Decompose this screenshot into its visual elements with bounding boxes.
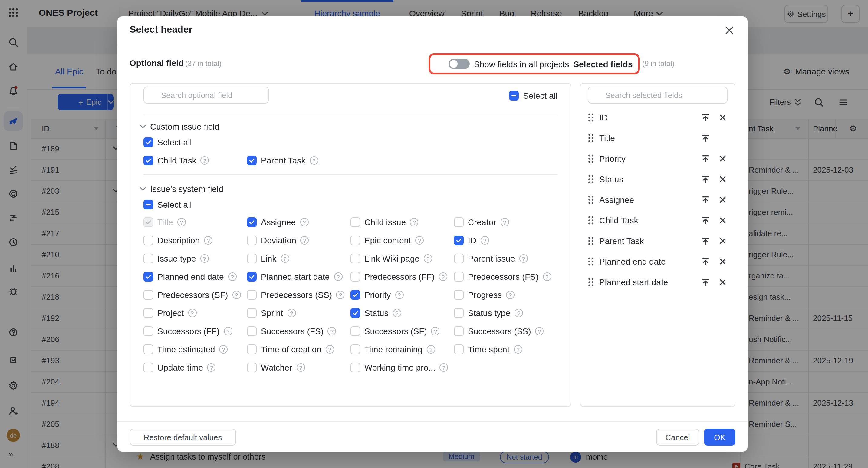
optional-field-item[interactable]: Deviation ?	[247, 236, 350, 245]
help-icon[interactable]: ?	[232, 291, 241, 299]
help-icon[interactable]: ?	[326, 345, 334, 353]
help-icon[interactable]: ?	[439, 363, 448, 372]
optional-field-item[interactable]: Priority ?	[350, 290, 454, 300]
selected-field-row[interactable]: Planned start date	[581, 272, 735, 292]
optional-field-item[interactable]: Planned end date ?	[144, 272, 247, 282]
field-checkbox[interactable]	[350, 290, 360, 300]
drag-handle-icon[interactable]	[588, 257, 594, 267]
select-all-checkbox[interactable]	[509, 91, 519, 100]
optional-field-item[interactable]: Description ?	[144, 236, 247, 245]
help-icon[interactable]: ?	[177, 218, 186, 226]
optional-field-item[interactable]: Predecessors (FS) ?	[454, 272, 557, 282]
section-custom-issue-field[interactable]: Custom issue field	[140, 120, 219, 133]
selected-field-row[interactable]: Title	[581, 128, 735, 148]
remove-field-icon[interactable]	[719, 258, 726, 265]
field-checkbox[interactable]	[144, 217, 153, 227]
optional-field-item[interactable]: Issue type ?	[144, 254, 247, 263]
help-icon[interactable]: ?	[200, 156, 209, 165]
help-icon[interactable]: ?	[439, 273, 447, 281]
help-icon[interactable]: ?	[310, 156, 318, 165]
drag-handle-icon[interactable]	[588, 277, 594, 287]
selected-fields-search-input[interactable]	[588, 87, 727, 103]
field-checkbox[interactable]	[247, 217, 257, 227]
field-checkbox[interactable]	[247, 290, 257, 300]
optional-field-item[interactable]: Sprint ?	[247, 308, 350, 318]
optional-field-item[interactable]: Successors (FF) ?	[144, 326, 247, 336]
optional-field-item[interactable]: Planned start date ?	[247, 272, 350, 282]
remove-field-icon[interactable]	[719, 237, 726, 245]
selected-field-row[interactable]: Status	[581, 169, 735, 189]
help-icon[interactable]: ?	[427, 345, 435, 353]
drag-handle-icon[interactable]	[588, 133, 594, 143]
selected-field-row[interactable]: Parent Task	[581, 231, 735, 251]
selected-field-row[interactable]: Assignee	[581, 189, 735, 210]
optional-field-item[interactable]: Epic content ?	[350, 236, 454, 245]
ok-button[interactable]: OK	[704, 429, 736, 446]
section-select-all[interactable]: Select all	[144, 198, 192, 211]
field-checkbox[interactable]	[247, 344, 257, 354]
field-checkbox[interactable]	[144, 344, 153, 354]
field-checkbox[interactable]	[247, 308, 257, 318]
cancel-button[interactable]: Cancel	[656, 429, 699, 446]
help-icon[interactable]: ?	[336, 291, 345, 299]
optional-field-item[interactable]: Project ?	[144, 308, 247, 318]
field-checkbox[interactable]	[144, 254, 153, 263]
help-icon[interactable]: ?	[287, 309, 296, 317]
help-icon[interactable]: ?	[424, 254, 432, 263]
optional-field-item[interactable]: Predecessors (FF) ?	[350, 272, 454, 282]
help-icon[interactable]: ?	[224, 327, 232, 335]
field-checkbox[interactable]	[454, 290, 464, 300]
move-to-top-icon[interactable]	[701, 278, 710, 287]
help-icon[interactable]: ?	[300, 218, 308, 226]
help-icon[interactable]: ?	[200, 254, 209, 263]
help-icon[interactable]: ?	[219, 345, 227, 353]
optional-field-item[interactable]: Assignee ?	[247, 217, 350, 227]
optional-field-item[interactable]: Successors (FS) ?	[247, 326, 350, 336]
optional-field-item[interactable]: Creator ?	[454, 217, 557, 227]
field-checkbox[interactable]	[247, 254, 257, 263]
remove-field-icon[interactable]	[719, 155, 726, 162]
help-icon[interactable]: ?	[506, 291, 515, 299]
selected-field-row[interactable]: Planned end date	[581, 251, 735, 272]
help-icon[interactable]: ?	[281, 254, 289, 263]
field-checkbox[interactable]	[144, 326, 153, 336]
help-icon[interactable]: ?	[410, 218, 418, 226]
optional-field-item[interactable]: ID ?	[454, 236, 557, 245]
field-checkbox[interactable]	[144, 290, 153, 300]
remove-field-icon[interactable]	[719, 196, 726, 204]
remove-field-icon[interactable]	[719, 217, 726, 224]
field-checkbox[interactable]	[144, 236, 153, 245]
move-to-top-icon[interactable]	[701, 216, 710, 225]
help-icon[interactable]: ?	[334, 273, 342, 281]
field-checkbox[interactable]	[454, 344, 464, 354]
show-all-projects-toggle[interactable]	[448, 59, 470, 69]
field-checkbox[interactable]	[454, 254, 464, 263]
optional-field-item[interactable]: Parent Task ?	[247, 156, 350, 165]
remove-field-icon[interactable]	[719, 279, 726, 286]
field-checkbox[interactable]	[454, 326, 464, 336]
remove-field-icon[interactable]	[719, 114, 726, 121]
help-icon[interactable]: ?	[207, 363, 216, 372]
help-icon[interactable]: ?	[204, 236, 213, 245]
section-select-all-checkbox[interactable]	[144, 137, 153, 147]
optional-field-item[interactable]: Parent issue ?	[454, 254, 557, 263]
field-checkbox[interactable]	[144, 308, 153, 318]
optional-field-item[interactable]: Status ?	[350, 308, 454, 318]
section-select-all[interactable]: Select all	[144, 136, 192, 149]
help-icon[interactable]: ?	[301, 236, 309, 245]
move-to-top-icon[interactable]	[701, 113, 710, 122]
field-checkbox[interactable]	[144, 156, 153, 165]
field-checkbox[interactable]	[454, 236, 464, 245]
field-checkbox[interactable]	[350, 217, 360, 227]
drag-handle-icon[interactable]	[588, 195, 594, 205]
field-checkbox[interactable]	[350, 308, 360, 318]
field-checkbox[interactable]	[454, 272, 464, 282]
field-checkbox[interactable]	[350, 272, 360, 282]
optional-field-item[interactable]: Time estimated ?	[144, 344, 247, 354]
field-checkbox[interactable]	[247, 326, 257, 336]
optional-field-item[interactable]: Link ?	[247, 254, 350, 263]
section-issue-system-field[interactable]: Issue's system field	[140, 182, 223, 195]
section-select-all-checkbox[interactable]	[144, 200, 153, 210]
optional-field-item[interactable]: Watcher ?	[247, 363, 350, 372]
field-checkbox[interactable]	[350, 344, 360, 354]
